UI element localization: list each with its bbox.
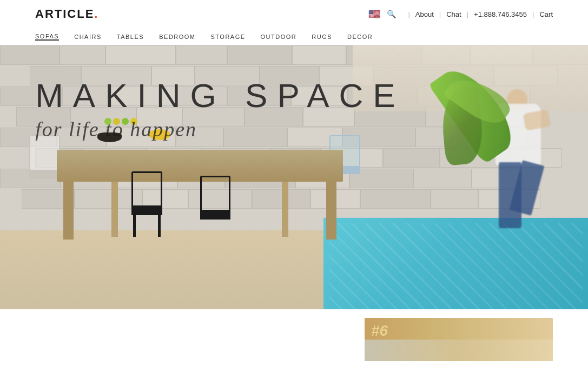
chair-front-right — [200, 176, 231, 241]
chair-front-center — [131, 171, 162, 237]
chair-leg — [133, 215, 136, 237]
cart-link[interactable]: Cart — [539, 10, 553, 18]
nav-item-chairs[interactable]: CHAIRS — [74, 34, 102, 40]
stone-block — [105, 45, 176, 65]
logo-text: ARTICLE — [35, 7, 94, 21]
nav-item-outdoor[interactable]: OUTDOOR — [261, 34, 297, 40]
chat-link[interactable]: Chat — [446, 10, 461, 18]
hero-subtitle: for life to happen — [35, 117, 405, 141]
nav-item-sofas[interactable]: SOFAS — [35, 33, 59, 41]
stone-block — [227, 45, 292, 65]
main-nav: SOFAS CHAIRS TABLES BEDROOM STORAGE OUTD… — [0, 28, 588, 45]
person-arm — [523, 109, 551, 131]
stone-block — [383, 148, 440, 168]
chair-back-dark2 — [200, 176, 231, 211]
hero-background: MAKING SPACE for life to happen — [0, 45, 588, 309]
chair-left-white — [29, 135, 60, 201]
divider-3: | — [467, 10, 468, 18]
divider-1: | — [408, 10, 409, 18]
phone-link[interactable]: +1.888.746.3455 — [474, 10, 527, 18]
nav-item-decor[interactable]: DECOR — [347, 34, 373, 40]
divider-2: | — [439, 10, 441, 18]
chair-leg — [158, 215, 161, 237]
flag-icon[interactable]: 🇺🇸 — [368, 8, 380, 20]
chair-seat-white — [29, 171, 60, 178]
stone-block — [176, 45, 227, 65]
hero-text-overlay: MAKING SPACE for life to happen — [35, 77, 405, 141]
article-card[interactable]: #6 — [365, 318, 553, 361]
stone-block — [0, 45, 60, 65]
table-leg-fl — [63, 182, 74, 240]
about-link[interactable]: About — [415, 10, 434, 18]
chair-back-dark — [131, 171, 162, 207]
card-landscape — [365, 340, 553, 361]
header-right: 🇺🇸 🔍 | About | Chat | +1.888.746.3455 | … — [368, 8, 553, 20]
logo-dot: . — [94, 7, 98, 21]
logo[interactable]: ARTICLE. — [35, 7, 98, 21]
search-icon[interactable]: 🔍 — [387, 10, 396, 18]
table-leg-bl — [111, 182, 118, 237]
nav-item-storage[interactable]: STORAGE — [210, 34, 245, 40]
hero-title: MAKING SPACE — [35, 77, 405, 114]
chair-legs-dark — [131, 215, 162, 237]
nav-item-bedroom[interactable]: BEDROOM — [159, 34, 195, 40]
stone-block — [292, 45, 346, 65]
chair-seat-dark — [131, 207, 162, 215]
bottom-section: #6 — [0, 309, 588, 370]
chair-seat-dark2 — [200, 211, 231, 219]
nav-item-tables[interactable]: TABLES — [117, 34, 144, 40]
divider-4: | — [532, 10, 534, 18]
article-card-number: #6 — [371, 322, 388, 340]
stone-block — [431, 189, 478, 209]
stone-block — [360, 189, 431, 209]
stone-block — [60, 45, 105, 65]
page-wrapper: ARTICLE. 🇺🇸 🔍 | About | Chat | +1.888.74… — [0, 0, 588, 392]
hero-section: MAKING SPACE for life to happen — [0, 45, 588, 309]
header: ARTICLE. 🇺🇸 🔍 | About | Chat | +1.888.74… — [0, 0, 588, 28]
nav-item-rugs[interactable]: RUGS — [312, 34, 332, 40]
table-leg-br — [282, 182, 289, 237]
